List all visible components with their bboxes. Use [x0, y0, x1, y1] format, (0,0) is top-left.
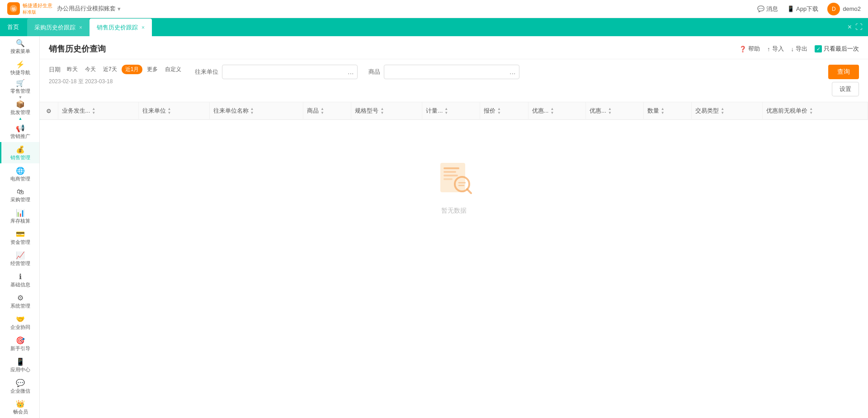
goods-label: 商品: [368, 68, 380, 76]
date-tab-more[interactable]: 更多: [144, 65, 160, 74]
logo-icon: 畅: [7, 2, 20, 15]
date-filter-group: 日期 昨天 今天 近7天 近1月 更多 自定义 2023-02-18 至 202…: [49, 65, 184, 86]
sidebar-item-finance[interactable]: 💳 资金管理: [0, 227, 39, 248]
sidebar-item-inventory[interactable]: 📊 库存核算: [0, 206, 39, 227]
tab-maximize-btn[interactable]: ⛶: [855, 23, 863, 31]
tab-sales-history[interactable]: 销售历史价跟踪 ×: [90, 19, 152, 37]
app-download-btn[interactable]: 📱 App下载: [787, 5, 818, 13]
tab-close-all-btn[interactable]: ×: [848, 23, 852, 31]
sidebar-item-sales[interactable]: 💰 销售管理: [0, 142, 39, 163]
top-bar-left: 畅 畅捷通好生意 标准版 办公用品行业模拟账套 ▾: [7, 2, 121, 15]
system-icon: ⚙: [17, 294, 24, 302]
dropdown-icon[interactable]: ▾: [118, 5, 121, 12]
retail-expand-icon: ▼: [19, 95, 23, 100]
svg-rect-3: [443, 167, 459, 169]
th-from-unit-label: 往来单位: [142, 107, 166, 115]
tab-purchase-history[interactable]: 采购历史价跟踪 ×: [27, 19, 90, 37]
import-icon: ↑: [767, 46, 770, 52]
sidebar-item-search-menu[interactable]: 🔍 搜索菜单: [0, 36, 39, 57]
corp-icon: 🤝: [16, 315, 25, 323]
member-icon: 👑: [16, 399, 25, 408]
settings-button[interactable]: 设置: [832, 82, 859, 96]
sidebar-label-system: 系统管理: [10, 303, 30, 309]
sort-from-unit-name: ▲ ▼: [250, 107, 254, 115]
from-unit-row: 往来单位 ...: [195, 65, 358, 79]
th-unit-label: 计量...: [426, 107, 443, 115]
import-label: 导入: [772, 45, 784, 53]
th-pre-tax-price[interactable]: 优惠前无税单价 ▲ ▼: [763, 102, 868, 120]
date-tab-7days[interactable]: 近7天: [100, 65, 120, 74]
th-discount1[interactable]: 优惠... ▲ ▼: [528, 102, 586, 120]
th-biz-date-label: 业务发生...: [62, 107, 90, 115]
date-tab-1month[interactable]: 近1月: [122, 65, 143, 74]
from-unit-label: 往来单位: [195, 68, 218, 76]
sidebar-item-corp-agreement[interactable]: 🤝 企业协同: [0, 312, 39, 333]
query-button[interactable]: 查询: [828, 65, 859, 79]
th-trade-type[interactable]: 交易类型 ▲ ▼: [692, 102, 763, 120]
app-title[interactable]: 办公用品行业模拟账套 ▾: [57, 5, 121, 13]
tab-purchase-close[interactable]: ×: [79, 24, 82, 31]
checkbox-icon: ✓: [815, 45, 822, 52]
th-biz-date[interactable]: 业务发生... ▲ ▼: [58, 102, 138, 120]
quick-nav-icon: ⚡: [16, 60, 25, 69]
sidebar-item-system[interactable]: ⚙ 系统管理: [0, 291, 39, 312]
th-price-label: 报价: [484, 107, 495, 115]
th-spec-label: 规格型号: [355, 107, 378, 115]
th-from-unit[interactable]: 往来单位 ▲ ▼: [138, 102, 209, 120]
filter-right-btns: 查询 设置: [828, 65, 859, 96]
goods-filter-group: 商品 ...: [368, 65, 519, 79]
sidebar-label-guide: 新手引导: [10, 346, 30, 352]
logo-area: 畅 畅捷通好生意 标准版: [7, 2, 52, 15]
basic-info-icon: ℹ: [19, 272, 22, 281]
th-from-unit-name[interactable]: 往来单位名称 ▲ ▼: [209, 102, 303, 120]
sidebar-item-operations[interactable]: 📈 经营管理: [0, 248, 39, 270]
sidebar-item-wholesale[interactable]: 📦 批发管理 ▲: [0, 100, 39, 121]
from-unit-input[interactable]: ...: [222, 65, 358, 79]
sort-pre-tax-price: ▲ ▼: [809, 107, 813, 115]
purchase-icon: 🛍: [17, 188, 24, 196]
tab-sales-close[interactable]: ×: [142, 24, 145, 31]
th-unit[interactable]: 计量... ▲ ▼: [422, 102, 480, 120]
sidebar-item-member[interactable]: 👑 畅会员: [0, 397, 39, 418]
date-tab-yesterday[interactable]: 昨天: [64, 65, 80, 74]
th-discount2[interactable]: 优惠... ▲ ▼: [586, 102, 644, 120]
date-tab-today[interactable]: 今天: [82, 65, 99, 74]
sort-goods: ▲ ▼: [321, 107, 324, 115]
th-price[interactable]: 报价 ▲ ▼: [480, 102, 528, 120]
sidebar-label-wechat: 企业微信: [10, 388, 30, 394]
message-btn[interactable]: 💬 消息: [757, 5, 778, 13]
th-gear[interactable]: ⚙: [40, 102, 58, 120]
from-unit-filter-group: 往来单位 ...: [195, 65, 358, 79]
checkbox-label: 只看最后一次: [824, 45, 859, 53]
ecommerce-icon: 🌐: [16, 166, 25, 175]
only-last-checkbox-area[interactable]: ✓ 只看最后一次: [815, 45, 859, 53]
sidebar-item-new-guide[interactable]: 🎯 新手引导: [0, 333, 39, 354]
date-tabs: 昨天 今天 近7天 近1月 更多 自定义: [64, 65, 184, 74]
data-table: ⚙ 业务发生... ▲ ▼: [40, 102, 868, 120]
sidebar-item-retail[interactable]: 🛒 零售管理 ▼: [0, 79, 39, 100]
sidebar-item-basic-info[interactable]: ℹ 基础信息: [0, 270, 39, 291]
sidebar-label-corp: 企业协同: [10, 324, 30, 330]
import-btn[interactable]: ↑ 导入: [767, 45, 784, 53]
sidebar-item-quick-nav[interactable]: ⚡ 快捷导航: [0, 57, 39, 79]
user-area[interactable]: D demo2: [827, 3, 861, 15]
th-goods[interactable]: 商品 ▲ ▼: [303, 102, 351, 120]
sidebar-item-purchase[interactable]: 🛍 采购管理: [0, 185, 39, 206]
sidebar: 🔍 搜索菜单 ⚡ 快捷导航 🛒 零售管理 ▼ 📦 批发管理 ▲ 📢 营销推广 💰…: [0, 36, 40, 418]
sidebar-item-marketing[interactable]: 📢 营销推广: [0, 121, 39, 142]
from-unit-dots: ...: [348, 68, 354, 76]
sidebar-item-app-center[interactable]: 📱 应用中心: [0, 354, 39, 375]
th-goods-label: 商品: [307, 107, 319, 115]
tab-home[interactable]: 首页: [0, 18, 26, 36]
th-qty[interactable]: 数量 ▲ ▼: [643, 102, 692, 120]
app-center-icon: 📱: [16, 357, 25, 366]
goods-input[interactable]: ...: [384, 65, 519, 79]
date-tab-custom[interactable]: 自定义: [162, 65, 184, 74]
help-btn[interactable]: ❓ 帮助: [739, 45, 760, 53]
help-label: 帮助: [748, 45, 760, 53]
th-spec[interactable]: 规格型号 ▲ ▼: [351, 102, 422, 120]
sidebar-item-ecommerce[interactable]: 🌐 电商管理: [0, 163, 39, 185]
sidebar-item-corp-wechat[interactable]: 💬 企业微信: [0, 375, 39, 397]
export-btn[interactable]: ↓ 导出: [791, 45, 808, 53]
sort-spec: ▲ ▼: [380, 107, 384, 115]
